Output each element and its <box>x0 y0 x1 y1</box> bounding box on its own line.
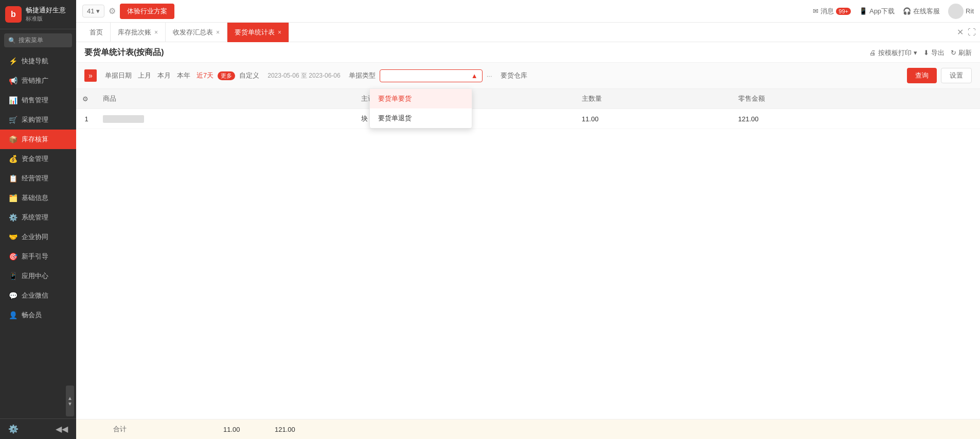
inventory-icon: 📦 <box>8 135 17 143</box>
col-extra <box>920 89 980 109</box>
store-dropdown-icon: ▾ <box>96 7 100 15</box>
tab-inventory-batch[interactable]: 库存批次账 × <box>111 23 166 42</box>
system-icon: ⚙️ <box>8 213 17 222</box>
tab-close-all[interactable]: ✕ <box>957 27 964 37</box>
type-select-arrow: ▲ <box>471 72 478 80</box>
filter-expand-btn[interactable]: » <box>84 69 97 82</box>
print-btn[interactable]: 🖨 按模板打印 ▾ <box>869 48 917 58</box>
sidebar-nav: ⚡ 快捷导航 📢 营销推广 📊 销售管理 🛒 采购管理 📦 库存核算 💰 资金管… <box>0 51 76 383</box>
sidebar-item-label: 新手引导 <box>22 252 48 261</box>
date-week[interactable]: 近7天 <box>194 70 216 81</box>
sidebar-item-marketing[interactable]: 📢 营销推广 <box>0 71 76 90</box>
search-icon: 🔍 <box>8 37 16 44</box>
type-selected-value <box>384 72 421 80</box>
cell-product: ██████ <box>97 109 355 129</box>
sidebar-item-purchase[interactable]: 🛒 采购管理 <box>0 110 76 130</box>
footer-amount: 121.00 <box>275 426 316 433</box>
filter-more-btn[interactable]: ··· <box>487 72 492 80</box>
app-download-item[interactable]: 📱 App下载 <box>859 7 895 16</box>
date-year[interactable]: 本年 <box>175 70 192 81</box>
username: Rit <box>966 7 974 15</box>
type-select[interactable]: ▲ <box>380 69 483 82</box>
product-blurred: ██████ <box>103 115 144 123</box>
tab-inventory-batch-close[interactable]: × <box>154 29 158 36</box>
search-label: 搜索菜单 <box>19 36 43 45</box>
table-head: ⚙ 商品 主计量单位 主数量 零售金额 <box>76 89 980 109</box>
sidebar-item-label: 畅会员 <box>22 310 42 320</box>
tab-receive-summary[interactable]: 收发存汇总表 × <box>166 23 227 42</box>
sidebar-item-quick-nav[interactable]: ⚡ 快捷导航 <box>0 51 76 71</box>
app-sub: 标准版 <box>26 15 66 23</box>
sidebar-item-label: 基础信息 <box>22 193 48 203</box>
sidebar-item-enterprise[interactable]: 🤝 企业协同 <box>0 227 76 247</box>
sidebar-item-system[interactable]: ⚙️ 系统管理 <box>0 208 76 227</box>
avatar <box>948 4 964 19</box>
content-area: 要货单统计表(按商品) 🖨 按模板打印 ▾ ⬇ 导出 ↻ 刷新 <box>76 42 980 439</box>
sidebar-item-sales[interactable]: 📊 销售管理 <box>0 90 76 110</box>
tab-order-stats[interactable]: 要货单统计表 × <box>227 23 289 42</box>
date-prev-month[interactable]: 上月 <box>136 70 153 81</box>
sidebar-item-inventory[interactable]: 📦 库存核算 <box>0 130 76 149</box>
sidebar-item-label: 销售管理 <box>22 96 48 105</box>
refresh-btn[interactable]: ↻ 刷新 <box>951 48 972 58</box>
dropdown-item-order-goods[interactable]: 要货单要货 <box>370 89 472 108</box>
tab-receive-summary-close[interactable]: × <box>216 29 220 36</box>
date-more-badge[interactable]: 更多 <box>218 71 235 80</box>
export-btn[interactable]: ⬇ 导出 <box>923 48 945 58</box>
sidebar-item-label: 经营管理 <box>22 174 48 183</box>
search-menu[interactable]: 🔍 搜索菜单 <box>4 33 72 47</box>
col-settings[interactable]: ⚙ <box>76 89 97 109</box>
tab-order-stats-close[interactable]: × <box>278 29 281 36</box>
sidebar-item-member[interactable]: 👤 畅会员 <box>0 305 76 325</box>
logo-text-block: 畅捷通好生意 标准版 <box>26 6 66 23</box>
enterprise-icon: 🤝 <box>8 233 17 241</box>
quick-nav-icon: ⚡ <box>8 57 17 65</box>
date-range-display: 2023-05-06 至 2023-06-06 <box>268 71 340 80</box>
user-avatar-item[interactable]: Rit <box>948 4 974 19</box>
sidebar-item-finance[interactable]: 💰 资金管理 <box>0 149 76 169</box>
sidebar: b 畅捷通好生意 标准版 🔍 搜索菜单 ⚡ 快捷导航 📢 营销推广 📊 销售管理… <box>0 0 76 439</box>
settings-bottom-icon[interactable]: ⚙️ <box>8 424 19 434</box>
sidebar-item-basics[interactable]: 🗂️ 基础信息 <box>0 188 76 208</box>
settings-button[interactable]: 设置 <box>941 68 972 83</box>
cell-extra <box>920 109 980 129</box>
sidebar-item-wechat[interactable]: 💬 企业微信 <box>0 286 76 305</box>
trial-button[interactable]: 体验行业方案 <box>120 4 174 19</box>
app-download-label: App下载 <box>869 7 895 16</box>
sidebar-item-operations[interactable]: 📋 经营管理 <box>0 169 76 188</box>
sidebar-item-label: 系统管理 <box>22 213 48 222</box>
tab-home[interactable]: 首页 <box>82 23 111 42</box>
store-name: 41 <box>87 7 94 15</box>
tab-expand[interactable]: ⛶ <box>968 28 976 37</box>
sidebar-item-guide[interactable]: 🎯 新手引导 <box>0 247 76 266</box>
date-current-month[interactable]: 本月 <box>155 70 173 81</box>
sidebar-scroll-control[interactable]: ▲▼ <box>66 386 74 416</box>
store-selector[interactable]: 41 ▾ <box>82 5 104 17</box>
sidebar-item-label: 采购管理 <box>22 115 48 124</box>
col-amount: 零售金额 <box>732 89 921 109</box>
table-settings-icon[interactable]: ⚙ <box>82 95 88 103</box>
settings-icon[interactable]: ⚙ <box>109 6 116 16</box>
date-custom[interactable]: 自定义 <box>237 70 261 81</box>
messages-item[interactable]: ✉ 消息 99+ <box>813 7 851 16</box>
table-footer: 合计 11.00 121.00 <box>76 419 980 439</box>
top-header: 41 ▾ ⚙ 体验行业方案 ✉ 消息 99+ 📱 App下载 🎧 在线客服 R <box>76 0 980 23</box>
dropdown-item-order-return[interactable]: 要货单退货 <box>370 108 472 128</box>
query-button[interactable]: 查询 <box>907 68 937 83</box>
type-dropdown: 要货单要货 要货单退货 <box>369 88 472 129</box>
page-actions: 🖨 按模板打印 ▾ ⬇ 导出 ↻ 刷新 <box>869 48 972 58</box>
type-filter-label: 单据类型 <box>349 71 376 80</box>
page-header: 要货单统计表(按商品) 🖨 按模板打印 ▾ ⬇ 导出 ↻ 刷新 <box>76 42 980 63</box>
sidebar-item-label: 营销推广 <box>22 76 48 85</box>
sidebar-item-label: 应用中心 <box>22 271 48 281</box>
warehouse-filter-label: 要货仓库 <box>501 71 527 80</box>
print-icon: 🖨 <box>869 49 876 57</box>
collapse-icon[interactable]: ◀◀ <box>56 424 68 434</box>
refresh-icon: ↻ <box>951 49 956 57</box>
sidebar-item-app-center[interactable]: 📱 应用中心 <box>0 266 76 286</box>
footer-total-label: 合计 <box>113 425 127 434</box>
tab-order-stats-label: 要货单统计表 <box>235 28 275 37</box>
tab-home-label: 首页 <box>90 28 103 37</box>
online-service-item[interactable]: 🎧 在线客服 <box>903 7 940 16</box>
header-left: 41 ▾ ⚙ 体验行业方案 <box>82 4 174 19</box>
